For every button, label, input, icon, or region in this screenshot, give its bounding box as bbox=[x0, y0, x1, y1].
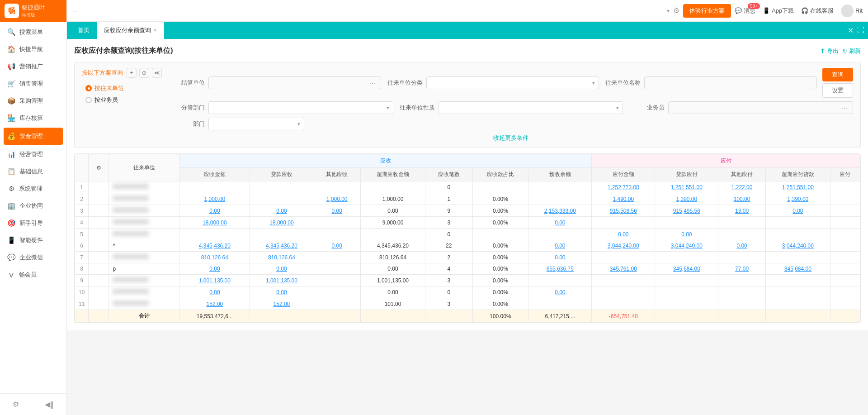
rec-amount-6[interactable]: 4,345,436.20 bbox=[179, 240, 250, 252]
rec-amount-10[interactable]: 0.00 bbox=[179, 286, 250, 298]
rec-amount-2[interactable]: 1,000.00 bbox=[179, 193, 250, 205]
rec-amount-11[interactable]: 152.00 bbox=[179, 298, 250, 310]
salesperson-dotdot-icon[interactable]: ··· bbox=[840, 104, 849, 111]
manage-scheme-icon[interactable]: ⊙ bbox=[139, 68, 149, 78]
settings-footer-icon[interactable]: ⚙ bbox=[10, 397, 22, 411]
sidebar-item-basic[interactable]: 📋 基础信息 bbox=[0, 163, 66, 180]
pay-overdue-8[interactable]: 345,684.00 bbox=[765, 263, 830, 275]
collapse-sidebar-icon[interactable]: ◀‖ bbox=[42, 397, 57, 411]
pay-loan-6[interactable]: 3,044,240.00 bbox=[655, 240, 718, 252]
rec-amount-3[interactable]: 0.00 bbox=[179, 205, 250, 217]
pay-overdue-2[interactable]: 1,390.00 bbox=[765, 193, 830, 205]
rec-loan-10[interactable]: 0.00 bbox=[250, 286, 313, 298]
pay-amount-5[interactable]: 0.00 bbox=[592, 229, 655, 240]
pay-tail-4 bbox=[830, 217, 860, 229]
sidebar-item-sales[interactable]: 🛒 销售管理 bbox=[0, 75, 66, 92]
add-scheme-icon[interactable]: + bbox=[127, 68, 137, 78]
rec-loan-3[interactable]: 0.00 bbox=[250, 205, 313, 217]
sidebar-item-purchase[interactable]: 📦 采购管理 bbox=[0, 92, 66, 110]
pay-amount-6[interactable]: 3,044,240.00 bbox=[592, 240, 655, 252]
pay-loan-5[interactable]: 0.00 bbox=[655, 229, 718, 240]
pay-overdue-6[interactable]: 3,044,240.00 bbox=[765, 240, 830, 252]
rec-other-2[interactable]: 1,000.00 bbox=[313, 193, 361, 205]
collapse-button[interactable]: 收起更多条件 bbox=[491, 133, 530, 143]
sidebar-item-inventory[interactable]: 🏪 库存核算 bbox=[0, 110, 66, 127]
topbar-user-button[interactable]: Rit bbox=[841, 5, 863, 17]
sidebar-item-search[interactable]: 🔍 搜索菜单 bbox=[0, 24, 66, 41]
unit-type-select[interactable]: ▾ bbox=[426, 76, 599, 89]
industry-solution-button[interactable]: 体验行业方案 bbox=[683, 4, 731, 18]
topbar-gear-icon[interactable]: ⚙ bbox=[673, 6, 679, 15]
sidebar-item-enterprise[interactable]: 🏢 企业协同 bbox=[0, 197, 66, 215]
sidebar-item-hardware[interactable]: 📱 智能硬件 bbox=[0, 232, 66, 249]
pay-other-2[interactable]: 100.00 bbox=[718, 193, 766, 205]
rec-advance-6[interactable]: 0.00 bbox=[528, 240, 592, 252]
unit-nature-select[interactable]: ▾ bbox=[439, 101, 623, 114]
rec-advance-4[interactable]: 0.00 bbox=[528, 217, 592, 229]
topbar-dropdown-icon[interactable]: ▾ bbox=[667, 8, 670, 14]
rec-amount-8[interactable]: 0.00 bbox=[179, 263, 250, 275]
settlement-input[interactable]: ··· bbox=[208, 76, 381, 89]
pay-loan-1[interactable]: 1,251,551.00 bbox=[655, 181, 718, 193]
rec-loan-6[interactable]: 4,345,436.20 bbox=[250, 240, 313, 252]
set-button[interactable]: 设置 bbox=[822, 83, 853, 98]
rec-other-3[interactable]: 0.00 bbox=[313, 205, 361, 217]
refresh-button[interactable]: ↻ 刷新 bbox=[842, 47, 861, 55]
sidebar-item-quicknav[interactable]: 🏠 快捷导航 bbox=[0, 41, 66, 58]
rec-loan-8[interactable]: 0.00 bbox=[250, 263, 313, 275]
unit-name-input[interactable] bbox=[644, 76, 817, 89]
dept-select[interactable]: ▾ bbox=[208, 101, 393, 114]
pay-other-3[interactable]: 13.00 bbox=[718, 205, 766, 217]
pay-amount-2[interactable]: 1,490.00 bbox=[592, 193, 655, 205]
rec-other-6[interactable]: 0.00 bbox=[313, 240, 361, 252]
sidebar-item-guide[interactable]: 🎯 新手引导 bbox=[0, 215, 66, 232]
rec-loan-7[interactable]: 810,126.64 bbox=[250, 252, 313, 263]
sidebar-item-member[interactable]: V 畅会员 bbox=[0, 266, 66, 283]
sidebar-item-system[interactable]: ⚙ 系统管理 bbox=[0, 180, 66, 197]
pay-loan-8[interactable]: 345,684.00 bbox=[655, 263, 718, 275]
pay-amount-8[interactable]: 345,761.00 bbox=[592, 263, 655, 275]
total-rec-advance: 6,417,215.... bbox=[528, 310, 592, 323]
tab-home[interactable]: 首页 bbox=[71, 22, 97, 39]
sub-dept-select[interactable]: ▾ bbox=[208, 118, 304, 130]
salesperson-input[interactable]: ··· bbox=[668, 101, 853, 114]
tab-close-query[interactable]: × bbox=[154, 27, 157, 33]
pay-other-8[interactable]: 77.00 bbox=[718, 263, 766, 275]
rec-amount-9[interactable]: 1,001,135.00 bbox=[179, 275, 250, 286]
th-settings[interactable]: ⚙ bbox=[89, 154, 109, 181]
sidebar-item-marketing[interactable]: 📢 营销推广 bbox=[0, 58, 66, 75]
rec-advance-3[interactable]: 2,153,333.00 bbox=[528, 205, 592, 217]
expand-tab-btn[interactable]: ⛶ bbox=[857, 26, 864, 35]
rec-loan-9[interactable]: 1,001,135.00 bbox=[250, 275, 313, 286]
export-button[interactable]: ⬆ 导出 bbox=[820, 47, 839, 55]
filter-option-by-unit[interactable]: 按往来单位 bbox=[82, 82, 163, 94]
query-button[interactable]: 查询 bbox=[822, 68, 853, 81]
close-tab-btn[interactable]: ✕ bbox=[848, 26, 854, 35]
topbar-message-button[interactable]: 💬 消息 99+ bbox=[735, 7, 755, 15]
rec-loan-4[interactable]: 18,000.00 bbox=[250, 217, 313, 229]
pay-other-6[interactable]: 0.00 bbox=[718, 240, 766, 252]
topbar-app-download-button[interactable]: 📱 App下载 bbox=[763, 7, 794, 15]
topbar-service-button[interactable]: 🎧 在线客服 bbox=[801, 7, 834, 15]
more-scheme-icon[interactable]: ≪ bbox=[152, 68, 162, 78]
rec-advance-8[interactable]: 655,636.75 bbox=[528, 263, 592, 275]
sidebar-item-wechat[interactable]: 💬 企业微信 bbox=[0, 249, 66, 266]
rec-advance-10[interactable]: 0.00 bbox=[528, 286, 592, 298]
pay-loan-3[interactable]: 915,495.56 bbox=[655, 205, 718, 217]
pay-other-1[interactable]: 1,222.00 bbox=[718, 181, 766, 193]
pay-overdue-1[interactable]: 1,251,551.00 bbox=[765, 181, 830, 193]
tab-query[interactable]: 应收应付余额查询× bbox=[97, 22, 164, 39]
rec-amount-4[interactable]: 18,000.00 bbox=[179, 217, 250, 229]
pay-loan-2[interactable]: 1,390.00 bbox=[655, 193, 718, 205]
search-label: 搜索菜单 bbox=[19, 28, 43, 36]
settlement-dotdot-icon[interactable]: ··· bbox=[368, 79, 377, 86]
sidebar-item-operations[interactable]: 📊 经营管理 bbox=[0, 146, 66, 163]
pay-amount-3[interactable]: 915,508.56 bbox=[592, 205, 655, 217]
rec-loan-11[interactable]: 152.00 bbox=[250, 298, 313, 310]
rec-advance-7[interactable]: 0.00 bbox=[528, 252, 592, 263]
sidebar-item-funds[interactable]: 💰 资金管理 bbox=[4, 128, 63, 145]
pay-overdue-3[interactable]: 0.00 bbox=[765, 205, 830, 217]
rec-amount-7[interactable]: 810,126.64 bbox=[179, 252, 250, 263]
filter-option-by-staff[interactable]: 按业务员 bbox=[82, 94, 163, 106]
pay-amount-1[interactable]: 1,252,773.00 bbox=[592, 181, 655, 193]
